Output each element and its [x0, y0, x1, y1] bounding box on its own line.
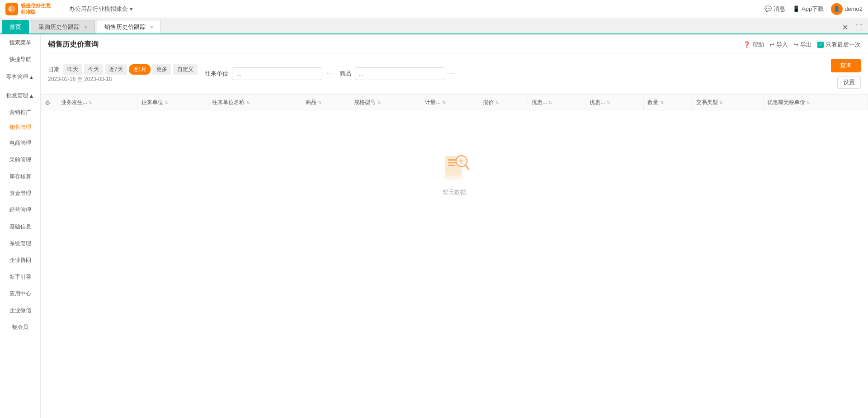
tab-purchase-close[interactable]: × — [84, 24, 87, 30]
sidebar-item-marketing[interactable]: 营销推广 — [0, 105, 40, 120]
th-spec-label: 规格型号 — [354, 99, 376, 105]
date-btn-yesterday[interactable]: 昨天 — [63, 64, 82, 75]
only-last-label: 只看最后一次 — [826, 41, 861, 49]
th-discount2[interactable]: 优惠... ⇅ — [586, 95, 644, 110]
th-partner-name[interactable]: 往来单位名称 ⇅ — [208, 95, 302, 110]
tab-sales-close[interactable]: × — [150, 24, 153, 30]
th-discount1-label: 优惠... — [532, 99, 547, 105]
inventory-label: 库存核算 — [9, 173, 31, 180]
nav-dropdown[interactable]: 办公用品行业模拟账套 ▾ — [66, 3, 137, 15]
th-product-label: 商品 — [306, 99, 316, 105]
th-quote[interactable]: 报价 ⇅ — [479, 95, 528, 110]
tab-home[interactable]: 首页 — [2, 20, 29, 33]
product-more-btn[interactable]: ··· — [449, 70, 455, 78]
filter-settings-button[interactable]: 设置 — [837, 76, 861, 89]
th-trade-type[interactable]: 交易类型 ⇅ — [693, 95, 764, 110]
th-biz-date-label: 业务发生... — [61, 99, 87, 105]
from-unit-more-btn[interactable]: ··· — [326, 70, 332, 78]
sidebar-item-enterprise[interactable]: 企业协同 — [0, 252, 40, 269]
page-header: 销售历史价查询 ❓ 帮助 ↩ 导入 ↪ 导出 — [41, 34, 868, 53]
th-pre-tax-price-label: 优惠前无税单价 — [767, 99, 805, 105]
sidebar-item-search-menu[interactable]: 搜索菜单 — [0, 34, 40, 51]
help-label: 帮助 — [752, 41, 764, 49]
header-divider — [58, 5, 58, 14]
search-button[interactable]: 查询 — [831, 59, 861, 72]
logo-icon: 6 — [5, 3, 18, 15]
enterprise-label: 企业协同 — [9, 256, 31, 264]
app-download-button[interactable]: 📱 App下载 — [793, 5, 824, 13]
app-download-label: App下载 — [802, 5, 824, 13]
header-right: 💬 消息 📱 App下载 👤 demo2 — [764, 3, 863, 15]
sidebar-item-wholesale-mgmt[interactable]: 批发管理 ▲ — [0, 86, 40, 105]
sidebar-item-wechat[interactable]: 企业微信 — [0, 302, 40, 319]
svg-text:6: 6 — [9, 7, 11, 12]
th-partner-code[interactable]: 往来单位 ⇅ — [137, 95, 208, 110]
tab-purchase-history[interactable]: 采购历史价跟踪 × — [31, 20, 95, 33]
sidebar-item-retail-mgmt[interactable]: 零售管理 ▲ — [0, 68, 40, 86]
th-pre-tax-price[interactable]: 优惠前无税单价 ⇅ — [763, 95, 868, 110]
date-btn-today[interactable]: 今天 — [84, 64, 103, 75]
th-quantity[interactable]: 数量 ⇅ — [644, 95, 693, 110]
th-quantity-label: 数量 — [647, 99, 658, 105]
sidebar-item-member[interactable]: 畅会员 — [0, 319, 40, 336]
marketing-label: 营销推广 — [9, 109, 31, 115]
sidebar-item-operations[interactable]: 经营管理 — [0, 202, 40, 218]
sidebar-item-quick-nav[interactable]: 快捷导航 — [0, 51, 40, 68]
app-center-label: 应用中心 — [9, 290, 31, 298]
th-quote-label: 报价 — [483, 99, 494, 105]
logo-text: 畅捷信好生意 标准版 — [21, 3, 51, 14]
svg-line-9 — [465, 165, 469, 169]
from-unit-label: 往来单位 — [205, 70, 228, 78]
date-btn-more[interactable]: 更多 — [152, 64, 171, 75]
user-menu[interactable]: 👤 demo2 — [831, 3, 863, 15]
sidebar: 搜索菜单 快捷导航 零售管理 ▲ 批发管理 ▲ 营销推广 销售管理 电商管理 采… — [0, 34, 41, 418]
sidebar-item-basic-info[interactable]: 基础信息 — [0, 218, 40, 235]
sidebar-item-inventory[interactable]: 库存核算 — [0, 168, 40, 185]
checkbox-icon — [817, 42, 824, 48]
product-label: 商品 — [340, 70, 351, 78]
tab-bar-right: ✕ ⛶ — [840, 21, 868, 33]
sidebar-item-finance[interactable]: 资金管理 — [0, 185, 40, 202]
th-biz-date[interactable]: 业务发生... ⇅ — [57, 95, 138, 110]
table-settings-icon[interactable]: ⚙ — [45, 99, 51, 106]
sidebar-item-app-center[interactable]: 应用中心 — [0, 285, 40, 302]
wholesale-mgmt-arrow: ▲ — [29, 93, 34, 99]
message-label: 消息 — [774, 5, 785, 13]
sort-arrows-pre-tax-price: ⇅ — [807, 100, 810, 105]
sort-arrows-biz-date: ⇅ — [89, 100, 92, 105]
date-buttons-group: 日期 昨天 今天 近7天 近1月 更多 自定义 — [48, 64, 198, 75]
content-area: 销售历史价查询 ❓ 帮助 ↩ 导入 ↪ 导出 — [41, 34, 868, 418]
th-discount1[interactable]: 优惠... ⇅ — [528, 95, 586, 110]
fullscreen-btn[interactable]: ⛶ — [854, 22, 864, 33]
page-actions: ❓ 帮助 ↩ 导入 ↪ 导出 只看最后一次 — [743, 41, 861, 49]
date-btn-7days[interactable]: 近7天 — [105, 64, 127, 75]
th-spec[interactable]: 规格型号 ⇅ — [350, 95, 421, 110]
import-button[interactable]: ↩ 导入 — [769, 41, 788, 49]
wechat-label: 企业微信 — [9, 307, 31, 314]
th-unit[interactable]: 计量... ⇅ — [421, 95, 479, 110]
table-header-row: ⚙ 业务发生... ⇅ 往来单位 ⇅ 往来单位名称 — [41, 95, 868, 110]
close-tab-btn[interactable]: ✕ — [840, 21, 850, 33]
product-input[interactable] — [355, 67, 445, 80]
date-btn-custom[interactable]: 自定义 — [173, 64, 198, 75]
th-product[interactable]: 商品 ⇅ — [302, 95, 350, 110]
help-button[interactable]: ❓ 帮助 — [743, 41, 764, 49]
message-icon: 💬 — [764, 5, 772, 12]
from-unit-input[interactable] — [232, 67, 322, 80]
empty-text: 暂无数据 — [443, 188, 466, 196]
tab-sales-history[interactable]: 销售历史价跟踪 × — [97, 20, 161, 33]
sidebar-item-sales-mgmt[interactable]: 销售管理 — [0, 120, 40, 135]
sort-arrows-quantity: ⇅ — [660, 100, 664, 105]
sidebar-item-ecommerce[interactable]: 电商管理 — [0, 135, 40, 152]
sidebar-item-system-mgmt[interactable]: 系统管理 — [0, 235, 40, 252]
table-area: ⚙ 业务发生... ⇅ 往来单位 ⇅ 往来单位名称 — [41, 95, 868, 418]
date-btn-1month[interactable]: 近1月 — [129, 64, 151, 75]
message-button[interactable]: 💬 消息 — [764, 5, 785, 13]
sidebar-item-purchase-mgmt[interactable]: 采购管理 — [0, 152, 40, 168]
empty-icon: ? — [436, 147, 472, 183]
only-last-checkbox[interactable]: 只看最后一次 — [817, 41, 861, 49]
sidebar-item-guide[interactable]: 新手引导 — [0, 269, 40, 285]
th-unit-label: 计量... — [425, 99, 440, 105]
export-button[interactable]: ↪ 导出 — [793, 41, 812, 49]
th-trade-type-label: 交易类型 — [696, 99, 718, 105]
